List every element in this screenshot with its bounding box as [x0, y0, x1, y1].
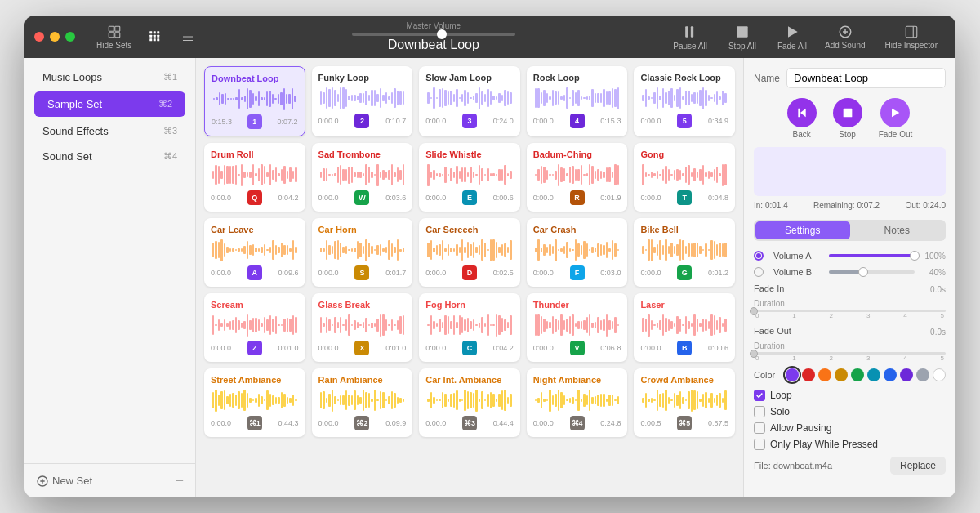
svg-rect-9 [158, 35, 160, 38]
add-sound-button[interactable]: Add Sound [817, 21, 874, 53]
tab-settings[interactable]: Settings [755, 221, 850, 239]
svg-rect-5 [154, 31, 156, 33]
color-green[interactable] [851, 368, 864, 381]
key-badge: 3 [462, 114, 477, 128]
minimize-button[interactable] [50, 32, 60, 42]
tab-notes[interactable]: Notes [850, 221, 945, 239]
checkbox-row-0: Loop [754, 390, 946, 401]
grid-button[interactable] [140, 26, 171, 47]
hide-sets-label: Hide Sets [96, 41, 131, 50]
color-purple[interactable] [786, 368, 799, 381]
color-indigo[interactable] [900, 368, 913, 381]
stop-all-button[interactable]: Stop All [719, 20, 766, 54]
hide-sets-button[interactable]: Hide Sets [88, 21, 140, 53]
waveform [212, 87, 298, 111]
sound-card[interactable]: Slide Whistle0:00.0E0:00.6 [419, 143, 520, 212]
checkbox-only-play-while-pressed[interactable] [754, 439, 765, 450]
new-set-button[interactable]: New Set [36, 475, 92, 488]
master-volume-slider[interactable] [352, 33, 515, 36]
color-gray[interactable] [916, 368, 929, 381]
key-badge: 5 [677, 114, 692, 128]
svg-rect-12 [158, 38, 160, 41]
sound-card[interactable]: Car Int. Ambiance0:00.0⌘30:44.4 [419, 368, 520, 437]
color-yellow[interactable] [835, 368, 848, 381]
volume-b-radio[interactable] [754, 267, 764, 277]
volume-a-slider[interactable] [829, 254, 915, 257]
sidebar-item-sound-set[interactable]: Sound Set ⌘4 [29, 144, 190, 169]
time-remaining: Remaining: 0:07.2 [813, 201, 880, 210]
fade-all-button[interactable]: Fade All [768, 20, 817, 54]
fade-out-button[interactable]: Fade Out [879, 98, 913, 139]
sound-card[interactable]: Car Leave0:00.0A0:09.6 [204, 218, 305, 287]
waveform [533, 388, 621, 413]
sound-card[interactable]: Car Horn0:00.0S0:01.7 [312, 218, 413, 287]
time-in: In: 0:01.4 [754, 201, 788, 210]
list-button[interactable] [172, 26, 203, 47]
key-badge: ⌘4 [570, 416, 585, 430]
color-orange[interactable] [818, 368, 831, 381]
sound-card[interactable]: Drum Roll0:00.0Q0:04.2 [204, 143, 305, 212]
sound-card[interactable]: Night Ambiance0:00.0⌘40:24.8 [527, 368, 628, 437]
sound-name-input[interactable] [786, 68, 946, 88]
volume-b-slider[interactable] [829, 270, 915, 274]
volume-a-radio[interactable] [754, 251, 764, 261]
checkbox-loop[interactable] [754, 390, 765, 401]
sound-card[interactable]: Gong0:00.0T0:04.8 [634, 143, 735, 212]
sound-card[interactable]: Badum-Ching0:00.0R0:01.9 [527, 143, 628, 212]
stop-button[interactable]: Stop [833, 98, 862, 139]
sound-card[interactable]: Car Crash0:00.0F0:03.0 [527, 218, 628, 287]
sidebar-item-music-loops[interactable]: Music Loops ⌘1 [29, 65, 190, 90]
fade-in-slider[interactable] [754, 310, 946, 312]
svg-rect-23 [906, 26, 917, 38]
sidebar-item-sample-set[interactable]: Sample Set ⌘2 [34, 91, 185, 117]
sound-card[interactable]: Bike Bell0:00.0G0:01.2 [634, 218, 735, 287]
key-badge: R [570, 190, 585, 205]
sound-card[interactable]: Downbeat Loop0:15.310:07.2 [204, 66, 305, 136]
key-badge: ⌘1 [247, 416, 262, 430]
master-volume-label: Master Volume [406, 21, 461, 30]
close-button[interactable] [34, 32, 44, 42]
sound-card[interactable]: Scream0:00.0Z0:01.0 [204, 293, 305, 362]
sound-card[interactable]: Laser0:00.0B0:00.6 [634, 293, 735, 362]
sound-card[interactable]: Rain Ambiance0:00.0⌘20:09.9 [312, 368, 413, 437]
pause-all-button[interactable]: Pause All [663, 20, 717, 54]
checkbox-row-1: Solo [754, 406, 946, 417]
svg-rect-0 [109, 26, 114, 31]
sound-card[interactable]: Funky Loop0:00.020:10.7 [312, 66, 413, 136]
waveform [533, 163, 621, 187]
fullscreen-button[interactable] [65, 32, 75, 42]
fade-out-slider[interactable] [754, 352, 946, 355]
color-teal[interactable] [867, 368, 880, 381]
replace-button[interactable]: Replace [890, 457, 946, 475]
hide-inspector-button[interactable]: Hide Inspector [877, 21, 946, 53]
sound-card[interactable]: Sad Trombone0:00.0W0:03.6 [312, 143, 413, 212]
color-none[interactable] [933, 368, 946, 381]
sound-card[interactable]: Classic Rock Loop0:00.050:34.9 [634, 66, 735, 136]
color-blue[interactable] [884, 368, 897, 381]
inspector-playback-controls: Back Stop Fade Out [754, 98, 946, 139]
waveform [425, 313, 514, 337]
sound-card[interactable]: Thunder0:00.0V0:06.8 [527, 293, 628, 362]
sound-card[interactable]: Car Screech0:00.0D0:02.5 [419, 218, 520, 287]
remove-set-button[interactable]: − [175, 472, 184, 489]
sound-card[interactable]: Crowd Ambiance0:00.5⌘50:57.5 [634, 368, 735, 437]
sound-card[interactable]: Street Ambiance0:00.0⌘10:44.3 [204, 368, 305, 437]
waveform [533, 238, 621, 262]
checkbox-solo[interactable] [754, 406, 765, 417]
color-red[interactable] [802, 368, 815, 381]
inspector-name-row: Name [754, 68, 946, 88]
checkbox-allow-pausing[interactable] [754, 422, 765, 434]
waveform [211, 163, 299, 187]
waveform [425, 388, 514, 413]
sound-card[interactable]: Slow Jam Loop0:00.030:24.0 [419, 66, 520, 136]
key-badge: W [354, 190, 369, 205]
sound-card[interactable]: Rock Loop0:00.040:15.3 [527, 66, 628, 136]
sound-card[interactable]: Glass Break0:00.0X0:01.0 [312, 293, 413, 362]
key-badge: T [677, 190, 692, 205]
back-button[interactable]: Back [787, 98, 817, 139]
key-badge: E [462, 190, 477, 205]
sound-card[interactable]: Fog Horn0:00.0C0:04.2 [419, 293, 520, 362]
sidebar-item-sound-effects[interactable]: Sound Effects ⌘3 [29, 118, 190, 144]
waveform [640, 388, 728, 413]
key-badge: ⌘3 [462, 416, 477, 430]
